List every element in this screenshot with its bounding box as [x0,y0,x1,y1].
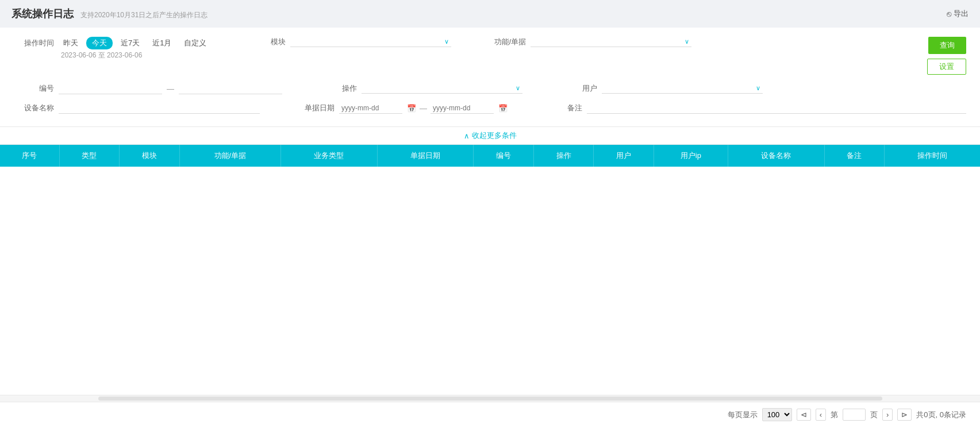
date-input-to[interactable] [431,103,494,114]
col-index: 序号 [0,145,59,167]
module-label: 模块 [245,37,286,47]
date-separator: — [420,104,427,113]
number-input-from[interactable] [59,83,162,94]
date-input-from[interactable] [339,103,402,114]
time-btn-yesterday[interactable]: 昨天 [59,37,83,49]
operation-label: 操作 [317,83,357,94]
user-label: 用户 [545,83,597,94]
func-chevron-icon: ∨ [685,38,689,45]
remark-input[interactable] [587,102,966,114]
collapse-label: 收起更多条件 [472,130,517,141]
operation-chevron-icon: ∨ [516,84,520,92]
user-select[interactable]: ∨ [602,83,763,94]
col-user: 用户 [594,145,654,167]
col-op-time: 操作时间 [884,145,980,167]
number-input-to[interactable] [179,83,282,94]
number-label: 编号 [14,83,54,94]
action-buttons: 查询 设置 [927,37,966,75]
settings-button[interactable]: 设置 [927,59,966,75]
per-page-select[interactable]: 100 50 200 [762,408,792,421]
next-page-button[interactable]: › [882,409,893,421]
func-select[interactable]: ∨ [531,37,691,47]
data-table: 序号 类型 模块 功能/单据 业务类型 单据日期 编号 操作 用户 用户ip 设… [0,145,980,167]
calendar-icon-from[interactable]: 📅 [407,104,416,113]
time-btn-7days[interactable]: 近7天 [116,37,144,49]
col-biz-type: 业务类型 [281,145,378,167]
func-label: 功能/单据 [474,37,526,47]
page-suffix: 页 [870,410,878,420]
page-subtitle: 支持2020年10月31日之后产生的操作日志 [80,10,207,20]
table-container: 序号 类型 模块 功能/单据 业务类型 单据日期 编号 操作 用户 用户ip 设… [0,145,980,395]
remark-label: 备注 [531,103,582,113]
collapse-up-icon: ∧ [464,132,470,140]
operation-select[interactable]: ∨ [362,83,522,94]
col-func: 功能/单据 [179,145,280,167]
filter-area: 操作时间 昨天 今天 近7天 近1月 自定义 2023-06-06 至 2023… [0,28,980,127]
horizontal-scrollbar[interactable] [0,395,980,402]
col-device: 设备名称 [728,145,824,167]
total-info: 共0页, 0条记录 [916,410,966,420]
first-page-button[interactable]: ⊲ [797,409,811,421]
page-number-input[interactable]: 1 [843,409,866,421]
collapse-row: ∧ 收起更多条件 [0,127,980,145]
time-buttons: 昨天 今天 近7天 近1月 自定义 [59,37,211,49]
scrollbar-thumb [98,397,882,401]
per-page-label: 每页显示 [728,410,758,420]
pagination-bar: 每页显示 100 50 200 ⊲ ‹ 第 1 页 › ⊳ 共0页, 0条记录 [0,402,980,427]
time-btn-today[interactable]: 今天 [86,37,113,49]
page-container: 系统操作日志 支持2020年10月31日之后产生的操作日志 ⎋ 导出 操作时间 … [0,0,980,427]
time-range-display: 2023-06-06 至 2023-06-06 [61,51,142,59]
calendar-icon-to[interactable]: 📅 [498,104,508,113]
export-button[interactable]: ⎋ 导出 [947,9,969,19]
time-btn-1month[interactable]: 近1月 [148,37,176,49]
table-header-row: 序号 类型 模块 功能/单据 业务类型 单据日期 编号 操作 用户 用户ip 设… [0,145,980,167]
col-voucher-date: 单据日期 [377,145,474,167]
last-page-button[interactable]: ⊳ [897,409,912,421]
module-select[interactable]: ∨ [290,37,451,47]
col-remark: 备注 [824,145,884,167]
col-user-ip: 用户ip [654,145,728,167]
voucher-date-label: 单据日期 [294,103,335,113]
user-chevron-icon: ∨ [756,84,760,92]
col-module: 模块 [120,145,179,167]
title-area: 系统操作日志 支持2020年10月31日之后产生的操作日志 [11,7,207,21]
number-separator: — [167,84,174,93]
page-label: 第 [831,410,838,420]
query-button[interactable]: 查询 [928,37,966,54]
export-label: 导出 [954,9,969,19]
page-title: 系统操作日志 [11,7,74,21]
col-operation: 操作 [533,145,593,167]
col-type: 类型 [59,145,119,167]
device-input[interactable] [59,102,260,114]
time-btn-custom[interactable]: 自定义 [179,37,211,49]
time-label: 操作时间 [14,38,54,48]
col-number: 编号 [474,145,533,167]
module-chevron-icon: ∨ [444,38,449,45]
page-header: 系统操作日志 支持2020年10月31日之后产生的操作日志 ⎋ 导出 [0,0,980,28]
prev-page-button[interactable]: ‹ [816,409,826,421]
device-label: 设备名称 [14,103,54,113]
collapse-button[interactable]: ∧ 收起更多条件 [464,130,517,141]
export-icon: ⎋ [947,9,951,18]
